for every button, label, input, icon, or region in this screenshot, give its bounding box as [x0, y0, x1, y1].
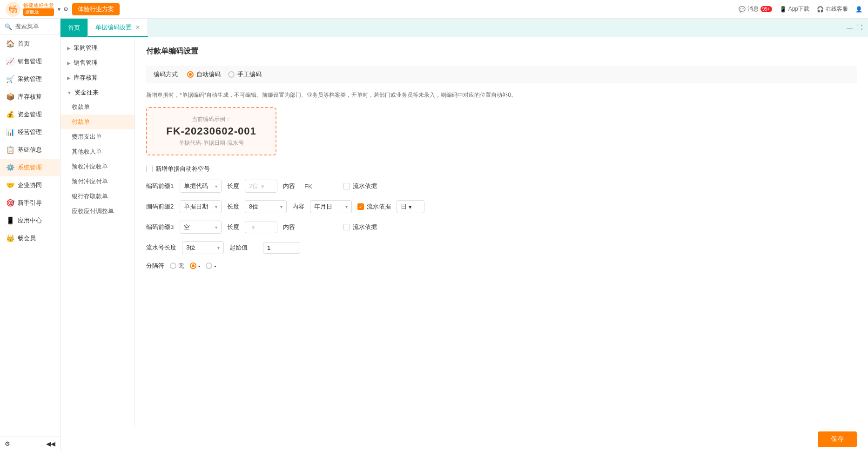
- length1-box[interactable]: 2位 ▾: [245, 180, 277, 193]
- apps-icon: 📱: [7, 217, 14, 224]
- sidebar-search[interactable]: 🔍 搜索菜单: [0, 19, 60, 35]
- sidebar-item-guide[interactable]: 🎯 新手引导: [0, 194, 60, 212]
- sub-group-purchase-title[interactable]: ▶ 采购管理: [61, 41, 135, 55]
- prefix3-select[interactable]: 空 ▾: [180, 221, 222, 234]
- prefix1-select[interactable]: 单据代码 ▾: [180, 180, 222, 193]
- sidebar-item-apps-label: 应用中心: [18, 216, 42, 225]
- sep-dash[interactable]: -: [206, 263, 216, 269]
- collapse-icon[interactable]: ◀◀: [46, 440, 55, 447]
- content1-value: FK: [301, 181, 338, 192]
- tab-home[interactable]: 首页: [61, 19, 88, 37]
- sidebar-item-system[interactable]: ⚙️ 系统管理: [0, 159, 60, 176]
- user-avatar[interactable]: 👤: [855, 6, 862, 13]
- brand-sub: 旗舰版: [23, 8, 54, 16]
- length1-label: 长度: [227, 182, 239, 190]
- topbar-right: 💬 消息 99+ 📱 App下载 🎧 在线客服 👤: [739, 5, 862, 13]
- brand-name: 畅捷通好生意: [23, 2, 54, 8]
- save-button[interactable]: 保存: [818, 431, 857, 447]
- tab-settings[interactable]: 单据编码设置 ✕: [88, 19, 148, 37]
- length2-box[interactable]: 8位 ▾: [245, 200, 287, 213]
- sub-group-inventory: ▶ 库存核算: [61, 71, 135, 85]
- app-download-item[interactable]: 📱 App下载: [780, 5, 809, 13]
- sub-item-pre-payment[interactable]: 预付冲应付单: [61, 174, 135, 189]
- service-icon: 🎧: [817, 6, 824, 13]
- prefix3-label: 编码前缀3: [146, 223, 174, 231]
- stream3-label: 流水依据: [353, 223, 377, 231]
- sidebar-item-home[interactable]: 🏠 首页: [0, 35, 60, 53]
- chevron-right-icon: ▶: [67, 46, 71, 51]
- nav-gear[interactable]: ⚙: [63, 6, 68, 13]
- stream3-checkbox[interactable]: [343, 224, 350, 230]
- day-value: 日: [401, 202, 407, 211]
- sidebar-item-sales[interactable]: 📈 销售管理: [0, 53, 60, 70]
- radio-manual[interactable]: 手工编码: [228, 70, 262, 79]
- stream2-label: 流水依据: [367, 202, 391, 211]
- sub-sidebar: ▶ 采购管理 ▶ 销售管理 ▶ 库存核算: [61, 37, 135, 427]
- topbar-nav: ▾ ⚙: [58, 6, 68, 13]
- prefix1-value: 单据代码: [184, 182, 208, 190]
- tab-settings-label: 单据编码设置: [95, 23, 132, 32]
- chevron-len3: ▾: [252, 224, 255, 231]
- settings-bottom-icon[interactable]: ⚙: [5, 440, 10, 447]
- prefix2-row: 编码前缀2 单据日期 ▾ 长度 8位 ▾ 内容 年月日 ▾: [146, 200, 857, 213]
- prefix2-select[interactable]: 单据日期 ▾: [180, 200, 222, 213]
- chevron-len1: ▾: [261, 183, 264, 190]
- sub-item-adjust[interactable]: 应收应付调整单: [61, 204, 135, 219]
- sub-item-bank[interactable]: 银行存取款单: [61, 189, 135, 204]
- length3-box[interactable]: ▾: [245, 222, 277, 233]
- tab-close-icon[interactable]: ✕: [135, 24, 140, 31]
- sidebar-item-finance[interactable]: 💰 资金管理: [0, 106, 60, 123]
- sub-group-finance-title[interactable]: ▼ 资金往来: [61, 86, 135, 100]
- stream-length-row: 流水号长度 3位 ▾ 起始值: [146, 241, 857, 254]
- sidebar-item-company-label: 企业协同: [18, 181, 42, 189]
- sub-item-receipt[interactable]: 收款单: [61, 100, 135, 114]
- sidebar-item-company[interactable]: 🤝 企业协同: [0, 176, 60, 194]
- radio-auto[interactable]: 自动编码: [187, 70, 221, 79]
- content-area: 首页 单据编码设置 ✕ — ⛶ ▶ 采购管理: [61, 19, 868, 451]
- topbar-left: 畅 畅捷通好生意 旗舰版 ▾ ⚙ 体验行业方案: [6, 2, 120, 17]
- sidebar-item-apps[interactable]: 📱 应用中心: [0, 212, 60, 229]
- tab-minimize-icon[interactable]: —: [847, 24, 853, 31]
- guide-icon: 🎯: [7, 199, 14, 207]
- stream-length-select[interactable]: 3位 ▾: [182, 241, 224, 254]
- sidebar-item-inventory-label: 库存核算: [18, 93, 42, 101]
- tab-fullscreen-icon[interactable]: ⛶: [856, 24, 862, 31]
- start-value-input[interactable]: [263, 242, 300, 254]
- preview-box: 当前编码示例： FK-20230602-001 单据代码-单据日期-流水号: [146, 107, 276, 155]
- auto-fill-checkbox[interactable]: [146, 166, 153, 172]
- day-select[interactable]: 日 ▾: [397, 200, 424, 213]
- chevron-prefix1: ▾: [215, 184, 217, 189]
- content2-select[interactable]: 年月日 ▾: [310, 200, 352, 213]
- sub-group-inventory-label: 库存核算: [74, 74, 98, 82]
- sidebar-item-operation[interactable]: 📊 经营管理: [0, 123, 60, 141]
- sub-group-inventory-title[interactable]: ▶ 库存核算: [61, 71, 135, 85]
- sidebar-item-finance-label: 资金管理: [18, 110, 42, 119]
- nav-arrow[interactable]: ▾: [58, 6, 61, 13]
- sub-item-pre-receipt[interactable]: 预收冲应收单: [61, 159, 135, 174]
- sidebar-item-purchase[interactable]: 🛒 采购管理: [0, 70, 60, 88]
- stream1-checkbox[interactable]: [343, 183, 350, 189]
- sub-item-payment[interactable]: 付款单: [61, 114, 135, 129]
- stream2-checkbox[interactable]: ✓: [357, 203, 364, 210]
- sidebar-item-basic[interactable]: 📋 基础信息: [0, 141, 60, 159]
- solution-button[interactable]: 体验行业方案: [72, 3, 120, 15]
- auto-fill-label: 新增单据自动补空号: [155, 165, 210, 173]
- sep-dot-label: -: [198, 263, 200, 269]
- sub-item-other-income[interactable]: 其他收入单: [61, 144, 135, 159]
- message-item[interactable]: 💬 消息 99+: [739, 5, 772, 13]
- sidebar-item-inventory[interactable]: 📦 库存核算: [0, 88, 60, 106]
- chevron-down-icon: ▼: [67, 90, 72, 95]
- sep-none[interactable]: 无: [170, 262, 184, 270]
- sidebar-item-member[interactable]: 👑 畅会员: [0, 229, 60, 247]
- sub-group-sales: ▶ 销售管理: [61, 56, 135, 70]
- topbar: 畅 畅捷通好生意 旗舰版 ▾ ⚙ 体验行业方案 💬 消息 99+ 📱 App下载…: [0, 0, 868, 19]
- sub-group-sales-title[interactable]: ▶ 销售管理: [61, 56, 135, 70]
- prefix2-label: 编码前缀2: [146, 202, 174, 211]
- sub-item-expense[interactable]: 费用支出单: [61, 129, 135, 144]
- search-icon: 🔍: [5, 23, 12, 30]
- online-service-item[interactable]: 🎧 在线客服: [817, 5, 848, 13]
- sub-area: ▶ 采购管理 ▶ 销售管理 ▶ 库存核算: [61, 37, 868, 427]
- sep-dot[interactable]: -: [190, 263, 200, 269]
- content3-label: 内容: [283, 223, 295, 231]
- basic-icon: 📋: [7, 146, 14, 154]
